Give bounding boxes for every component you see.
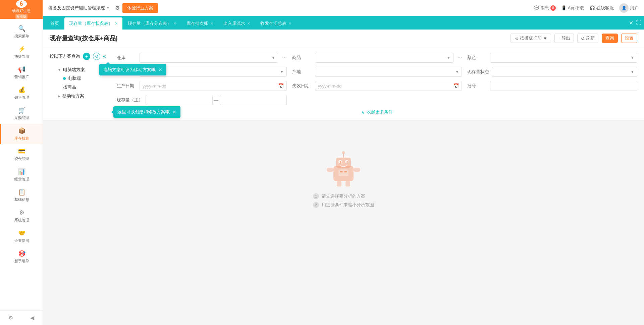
template-print-btn[interactable]: 🖨 按模板打印 ▼ [511, 34, 551, 43]
industry-solution-btn[interactable]: 体验行业方案 [122, 3, 158, 13]
finance-icon: 💳 [18, 148, 25, 155]
scheme-desktop-item2[interactable]: 按商品 [60, 83, 117, 92]
tab-summary[interactable]: 收发存汇总表 ✕ [256, 17, 296, 30]
filter-label: 按以下方案查询 [50, 53, 80, 59]
collapse-up-icon: ∧ [361, 110, 365, 115]
tooltip2-close[interactable]: ✕ [172, 109, 176, 115]
expiry-date-placeholder: yyyy-mm-dd [318, 84, 342, 89]
sidebar-item-sales[interactable]: 💰 销售管理 [0, 83, 43, 103]
filter-fields-panel: 仓库 ▼ ··· 商品 ▼ [117, 53, 637, 115]
sidebar-menu: 🔍 搜索菜单 ⚡ 快捷导航 📢 营销推广 💰 销售管理 🛒 采购管理 📦 库存核… [0, 19, 43, 310]
sidebar-item-label: 系统管理 [14, 218, 29, 223]
message-label: 消息 [540, 5, 549, 11]
basic-info-icon: 📋 [18, 188, 25, 196]
warehouse-select[interactable]: ▼ [140, 53, 278, 63]
tab-close-flow[interactable]: ✕ [247, 21, 250, 26]
sales-icon: 💰 [18, 86, 25, 94]
tab-close-stock-status[interactable]: ✕ [115, 21, 118, 26]
filter-row-warehouse: 仓库 ▼ ··· [117, 53, 287, 63]
sidebar-item-operations[interactable]: 📊 经营管理 [0, 165, 43, 185]
user-btn[interactable]: 👤 用户 [619, 3, 639, 13]
sidebar-item-system[interactable]: ⚙ 系统管理 [0, 206, 43, 226]
sidebar-item-marketing[interactable]: 📢 营销推广 [0, 62, 43, 83]
sidebar-item-purchase[interactable]: 🛒 采购管理 [0, 103, 43, 124]
sidebar-item-search[interactable]: 🔍 搜索菜单 [0, 21, 43, 42]
sidebar-item-guide[interactable]: 🎯 新手引导 [0, 247, 43, 267]
expiry-date-input[interactable]: yyyy-mm-dd 📅 [315, 81, 462, 91]
origin-label: 产地 [292, 69, 312, 75]
message-btn[interactable]: 💬 消息 8 [534, 5, 556, 11]
origin-select[interactable]: ▼ [315, 67, 462, 77]
refresh-btn[interactable]: ↺ 刷新 [577, 34, 598, 43]
filter-header-row: 按以下方案查询 + ↺ « 电脑方案可设为移动方案哦 ✕ ▼ [50, 53, 637, 115]
production-date-input[interactable]: yyyy-mm-dd 📅 [140, 81, 287, 91]
empty-robot-svg [323, 148, 364, 188]
color-label: 颜色 [467, 55, 487, 61]
system-title-select[interactable]: 装备及固定资产辅助管理系统 ▼ [48, 5, 110, 11]
svg-point-5 [346, 161, 348, 163]
tab-close-all-btn[interactable]: ✕ [629, 20, 633, 26]
query-btn[interactable]: 查询 [602, 34, 618, 43]
goods-select[interactable]: ▼ [315, 53, 453, 63]
svg-point-7 [342, 151, 345, 154]
sidebar-item-quick-nav[interactable]: ⚡ 快捷导航 [0, 42, 43, 62]
app-download-btn[interactable]: 📱 App下载 [561, 5, 584, 11]
scheme-desktop-children: 电脑端 按商品 [55, 74, 117, 92]
sidebar-item-label: 快捷导航 [14, 54, 29, 59]
sidebar-bottom: ⚙ ◀ [0, 310, 43, 325]
color-select[interactable]: ▼ [490, 53, 637, 63]
tab-stock-status[interactable]: 现存量（库存状况表） ✕ [64, 17, 122, 30]
sidebar-item-label: 销售管理 [14, 95, 29, 100]
sidebar-item-label: 新手引导 [14, 259, 29, 264]
filter-row-stock-qty: 现存量（主） — [117, 95, 287, 105]
topbar-right: 💬 消息 8 📱 App下载 🎧 在线客服 👤 用户 [534, 3, 639, 13]
collapse-label: 收起更多条件 [367, 109, 393, 115]
tab-close-batch[interactable]: ✕ [210, 21, 213, 26]
tab-stock-dist[interactable]: 现存量（库存分布表） ✕ [123, 17, 181, 30]
tab-fullscreen-btn[interactable]: ⛶ [636, 20, 641, 26]
tabbar-actions: ✕ ⛶ [629, 16, 641, 30]
marketing-icon: 📢 [18, 66, 25, 73]
scheme-mobile[interactable]: ▶ 移动端方案 [55, 92, 117, 100]
tooltip1-close[interactable]: ✕ [158, 67, 162, 72]
tab-batch-label: 库存批次账 [186, 20, 208, 26]
tab-close-summary[interactable]: ✕ [288, 21, 291, 26]
tip2-num: 2 [313, 202, 319, 208]
goods-label: 商品 [292, 55, 312, 61]
collapse-bar[interactable]: ∧ 收起更多条件 [117, 109, 637, 115]
arrow-btn[interactable]: « [103, 53, 106, 59]
sidebar-item-label: 资金管理 [14, 156, 29, 161]
warehouse-more[interactable]: ··· [282, 55, 286, 61]
sidebar-item-label: 搜索菜单 [14, 34, 29, 39]
stock-qty-max[interactable] [220, 95, 287, 105]
filter-row-color: 颜色 ▼ [467, 53, 637, 63]
batch-input[interactable] [490, 81, 637, 91]
tab-batch[interactable]: 库存批次账 ✕ [182, 17, 218, 30]
tab-close-stock-dist[interactable]: ✕ [173, 21, 176, 26]
sidebar-item-inventory[interactable]: 📦 库存核算 [0, 124, 43, 144]
purchase-icon: 🛒 [18, 107, 25, 114]
sidebar-item-enterprise[interactable]: 🤝 企业协同 [0, 226, 43, 247]
topbar-settings-icon[interactable]: ⚙ [115, 5, 120, 11]
tab-home[interactable]: 首页 [46, 17, 64, 30]
print-arrow: ▼ [543, 36, 547, 41]
page-actions: 🖨 按模板打印 ▼ ↑ 导出 ↺ 刷新 查询 设置 [511, 34, 637, 43]
stock-status-select[interactable]: ▼ [492, 67, 637, 77]
add-scheme-btn[interactable]: + [83, 53, 90, 60]
production-date-label: 生产日期 [117, 83, 137, 89]
settings-btn[interactable]: 设置 [621, 34, 637, 43]
tab-flow[interactable]: 出入库流水 ✕ [219, 17, 255, 30]
svg-rect-9 [354, 168, 360, 172]
sidebar: 6 畅通好生意 标准版 🔍 搜索菜单 ⚡ 快捷导航 📢 营销推广 💰 销售管理 … [0, 0, 43, 325]
refresh-scheme-btn[interactable]: ↺ [93, 53, 100, 60]
export-btn[interactable]: ↑ 导出 [554, 34, 574, 43]
sidebar-item-basic-info[interactable]: 📋 基础信息 [0, 185, 43, 206]
enterprise-icon: 🤝 [18, 229, 25, 237]
sidebar-settings-btn[interactable]: ⚙ [8, 315, 13, 321]
sidebar-collapse-btn[interactable]: ◀ [30, 315, 34, 321]
online-support-btn[interactable]: 🎧 在线客服 [590, 5, 614, 11]
stock-qty-min[interactable] [146, 95, 213, 105]
headset-icon: 🎧 [590, 5, 595, 10]
sidebar-item-finance[interactable]: 💳 资金管理 [0, 144, 43, 165]
goods-more[interactable]: ··· [458, 55, 462, 61]
